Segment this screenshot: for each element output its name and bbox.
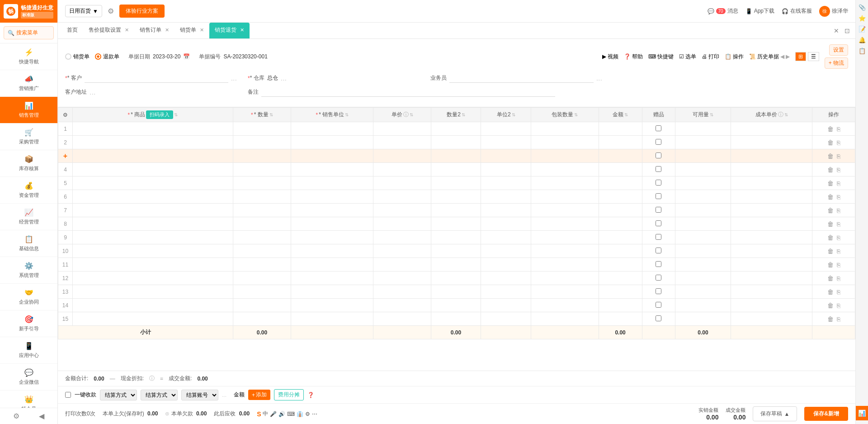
available-cell[interactable] <box>675 217 731 231</box>
delete-row-btn[interactable]: 🗑 <box>826 301 835 310</box>
sidebar-item-enterprise[interactable]: 🤝 企业协同 <box>0 284 57 310</box>
cost-price-cell[interactable] <box>731 258 812 272</box>
cost-price-cell[interactable] <box>731 272 812 285</box>
pack-qty-cell[interactable] <box>531 217 599 231</box>
sidebar-item-wechat[interactable]: 💬 企业微信 <box>0 364 57 391</box>
sidebar-item-vip[interactable]: 👑 畅会员 <box>0 391 57 408</box>
unit-price-cell[interactable] <box>373 244 431 258</box>
quantity-cell[interactable] <box>233 244 291 258</box>
unit2-cell[interactable] <box>481 163 531 176</box>
one-click-payment-checkbox[interactable] <box>65 392 71 398</box>
search-menu-btn[interactable]: 🔍 搜索菜单 <box>4 26 54 39</box>
qty2-cell[interactable] <box>431 258 481 272</box>
copy-row-btn[interactable]: ⎘ <box>836 179 841 188</box>
qty2-cell[interactable] <box>431 176 481 190</box>
cost-sort-icon[interactable]: ⇅ <box>784 112 788 117</box>
qty2-cell[interactable] <box>431 312 481 326</box>
settings-btn[interactable]: 设置 <box>829 44 848 56</box>
right-sidebar-item-5[interactable]: 📋 <box>859 47 865 54</box>
more-icon[interactable]: ⋯ <box>312 411 317 417</box>
sales-unit-cell[interactable] <box>291 163 373 176</box>
history-btn[interactable]: 📜 历史单据 ◀ ▶ <box>749 53 790 61</box>
qty2-sort-icon[interactable]: ⇅ <box>462 112 465 117</box>
amount-cell[interactable] <box>599 285 642 299</box>
gift-checkbox[interactable] <box>656 288 661 294</box>
unit-price-cell[interactable] <box>373 231 431 244</box>
product-cell[interactable] <box>73 231 233 244</box>
gift-cell[interactable] <box>642 136 675 149</box>
quantity-cell[interactable] <box>233 217 291 231</box>
remarks-input[interactable] <box>261 87 555 97</box>
product-cell[interactable] <box>73 258 233 272</box>
quantity-cell[interactable] <box>233 122 291 136</box>
product-cell[interactable] <box>73 122 233 136</box>
product-cell[interactable] <box>73 285 233 299</box>
sales-unit-cell[interactable] <box>291 258 373 272</box>
delete-row-btn[interactable]: 🗑 <box>826 165 835 174</box>
gift-checkbox[interactable] <box>656 207 661 213</box>
tab-price-extract-close[interactable]: ✕ <box>125 27 129 33</box>
available-cell[interactable] <box>675 272 731 285</box>
amount-cell[interactable] <box>599 244 642 258</box>
cost-price-cell[interactable] <box>731 299 812 312</box>
gift-cell[interactable] <box>642 299 675 312</box>
qty2-cell[interactable] <box>431 231 481 244</box>
next-arrow[interactable]: ▶ <box>786 53 790 60</box>
product-cell[interactable] <box>73 312 233 326</box>
gift-checkbox[interactable] <box>656 302 661 308</box>
gift-checkbox[interactable] <box>656 193 661 199</box>
customer-input[interactable] <box>85 73 228 83</box>
settings-bottom-btn[interactable]: ⚙ <box>13 412 19 420</box>
shirt-icon[interactable]: 👔 <box>297 411 303 417</box>
pack-qty-cell[interactable] <box>531 204 599 217</box>
sales-unit-cell[interactable] <box>291 231 373 244</box>
unit2-cell[interactable] <box>481 231 531 244</box>
unit2-cell[interactable] <box>481 122 531 136</box>
cost-price-cell[interactable] <box>731 244 812 258</box>
unit-price-cell[interactable] <box>373 258 431 272</box>
add-fee-btn[interactable]: + 添加 <box>248 390 270 400</box>
gift-checkbox[interactable] <box>656 315 661 321</box>
gift-cell[interactable] <box>642 217 675 231</box>
qty2-cell[interactable] <box>431 217 481 231</box>
available-cell[interactable] <box>675 244 731 258</box>
product-cell[interactable] <box>73 272 233 285</box>
calendar-icon[interactable]: 📅 <box>183 53 190 60</box>
radio-return[interactable]: 退款单 <box>95 53 119 61</box>
pack-qty-cell[interactable] <box>531 258 599 272</box>
available-cell[interactable] <box>675 231 731 244</box>
settings2-icon[interactable]: ⚙ <box>305 411 310 417</box>
qty2-cell[interactable] <box>431 190 481 204</box>
pack-qty-cell[interactable] <box>531 231 599 244</box>
gift-checkbox[interactable] <box>656 261 661 267</box>
right-sidebar-item-2[interactable]: ⭐ <box>859 14 865 22</box>
available-cell[interactable] <box>675 299 731 312</box>
sales-unit-cell[interactable] <box>291 136 373 149</box>
draft-dropdown-icon[interactable]: ▲ <box>784 411 789 417</box>
pack-qty-cell[interactable] <box>531 190 599 204</box>
gift-checkbox[interactable] <box>656 139 661 145</box>
sales-unit-cell[interactable] <box>291 285 373 299</box>
customer-dots[interactable]: ... <box>231 74 237 82</box>
sales-unit-cell[interactable] <box>291 149 373 163</box>
pack-qty-cell[interactable] <box>531 176 599 190</box>
copy-row-btn[interactable]: ⎘ <box>836 220 841 229</box>
delete-row-btn[interactable]: 🗑 <box>826 247 835 256</box>
video-btn[interactable]: ▶ 视频 <box>602 53 618 61</box>
copy-row-btn[interactable]: ⎘ <box>836 138 841 147</box>
gift-cell[interactable] <box>642 272 675 285</box>
view-grid-btn[interactable]: ⊞ <box>795 52 806 61</box>
gift-cell[interactable] <box>642 258 675 272</box>
qty2-cell[interactable] <box>431 204 481 217</box>
collapse-btn[interactable]: ◀ <box>39 412 44 420</box>
online-service-item[interactable]: 🎧 在线客服 <box>782 7 812 15</box>
sales-unit-cell[interactable] <box>291 272 373 285</box>
unit2-cell[interactable] <box>481 244 531 258</box>
unit2-sort-icon[interactable]: ⇅ <box>512 112 515 117</box>
delete-row-btn[interactable]: 🗑 <box>826 179 835 188</box>
unit2-cell[interactable] <box>481 176 531 190</box>
amount-cell[interactable] <box>599 149 642 163</box>
quantity-cell[interactable] <box>233 204 291 217</box>
unit-price-cell[interactable] <box>373 136 431 149</box>
radio-sales[interactable]: 销货单 <box>65 53 90 61</box>
